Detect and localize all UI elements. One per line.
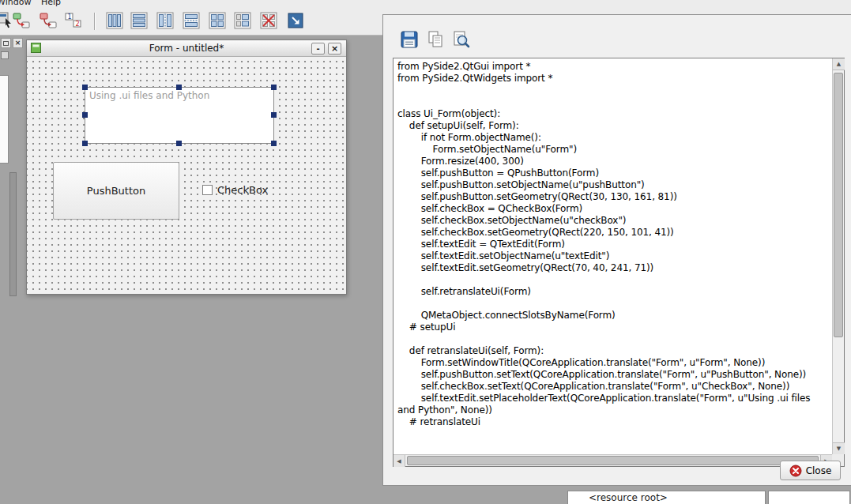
lay-out-in-form-layout-icon[interactable] xyxy=(232,10,253,31)
vertical-scrollbar-thumb[interactable] xyxy=(834,73,843,337)
horizontal-scrollbar-thumb[interactable] xyxy=(407,456,819,465)
pushbutton-widget[interactable]: PushButton xyxy=(53,162,179,220)
selection-handle[interactable] xyxy=(176,85,182,90)
copy-icon[interactable] xyxy=(426,29,446,50)
toolbar-separator xyxy=(94,13,96,30)
code-text-area[interactable]: from PySide2.QtGui import * from PySide2… xyxy=(393,58,845,467)
svg-text:2: 2 xyxy=(76,21,80,28)
form-canvas[interactable]: Using .ui files and Python PushButton Ch… xyxy=(27,57,346,294)
horizontal-scrollbar[interactable]: ◀ ▶ xyxy=(393,454,832,466)
resource-root-item[interactable]: <resource root> xyxy=(589,492,668,503)
save-icon[interactable] xyxy=(399,29,420,50)
selection-handle[interactable] xyxy=(82,85,88,90)
form-editor-window: Form - untitled* - × Using .ui files and… xyxy=(26,39,347,295)
edit-tab-order-icon[interactable]: 12 xyxy=(63,10,84,31)
scroll-left-arrow[interactable]: ◀ xyxy=(393,455,405,467)
checkbox-label: CheckBox xyxy=(217,184,268,196)
close-circle-icon xyxy=(789,465,802,477)
float-icon xyxy=(3,41,9,46)
selection-handle[interactable] xyxy=(271,85,277,90)
break-layout-icon[interactable] xyxy=(258,10,279,31)
textedit-placeholder: Using .ui files and Python xyxy=(85,88,273,103)
generated-code: from PySide2.QtGui import * from PySide2… xyxy=(394,59,831,453)
dock-float-button[interactable] xyxy=(1,38,11,48)
form-window-title: Form - untitled* xyxy=(27,43,346,54)
close-button-label: Close xyxy=(806,465,832,476)
find-icon[interactable] xyxy=(451,29,472,50)
textedit-widget[interactable]: Using .ui files and Python xyxy=(85,87,274,144)
edit-signals-slots-icon[interactable] xyxy=(11,10,32,31)
code-preview-window: from PySide2.QtGui import * from PySide2… xyxy=(382,14,851,486)
menu-bar: Window Help xyxy=(0,0,851,7)
resource-detail-panel xyxy=(768,491,850,504)
widget-box-panel xyxy=(0,75,9,164)
form-window-titlebar[interactable]: Form - untitled* - × xyxy=(27,40,346,57)
dock-icon xyxy=(1,51,9,59)
selection-handle[interactable] xyxy=(271,112,277,118)
qt-designer-screen: { "menu_bar": { "items": [ { "label": "W… xyxy=(0,0,851,504)
lay-out-horizontally-icon[interactable] xyxy=(104,10,125,31)
left-panel-scrollbar[interactable] xyxy=(9,172,17,296)
selection-handle[interactable] xyxy=(176,141,182,146)
checkbox-indicator[interactable] xyxy=(202,185,213,195)
svg-text:1: 1 xyxy=(68,13,72,21)
selection-handle[interactable] xyxy=(82,141,88,146)
menu-item-help[interactable]: Help xyxy=(41,0,61,7)
selection-handle[interactable] xyxy=(271,141,277,146)
scroll-up-arrow[interactable]: ▲ xyxy=(833,58,845,70)
minimize-button[interactable]: - xyxy=(311,43,325,55)
edit-buddies-icon[interactable] xyxy=(38,10,58,31)
dialog-close-button[interactable]: Close xyxy=(780,461,841,480)
lay-out-in-grid-icon[interactable] xyxy=(207,10,228,31)
dock-close-button[interactable]: × xyxy=(13,38,23,48)
lay-out-vertically-in-splitter-icon[interactable] xyxy=(181,10,201,31)
selection-handle[interactable] xyxy=(82,112,88,118)
scroll-down-arrow[interactable]: ▼ xyxy=(833,442,845,454)
adjust-size-icon[interactable] xyxy=(285,10,306,31)
lay-out-horizontally-in-splitter-icon[interactable] xyxy=(155,10,175,31)
menu-item-window[interactable]: Window xyxy=(0,0,31,7)
checkbox-widget[interactable]: CheckBox xyxy=(202,184,268,196)
close-icon: × xyxy=(15,39,21,47)
resource-browser-panel: <resource root> xyxy=(567,491,766,504)
close-button[interactable]: × xyxy=(328,43,341,55)
vertical-scrollbar[interactable]: ▲ ▼ xyxy=(832,58,844,454)
lay-out-vertically-icon[interactable] xyxy=(129,10,149,31)
